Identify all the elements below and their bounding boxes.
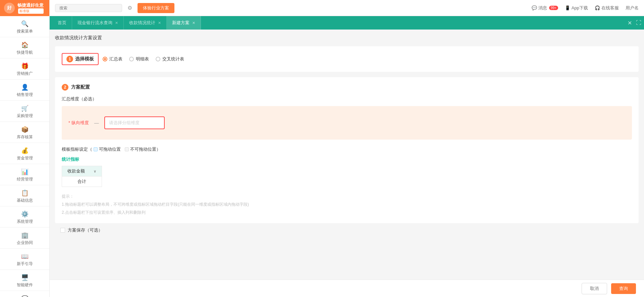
- sidebar-item-inventory[interactable]: 📦 库存核算: [0, 122, 49, 143]
- dimension-selector[interactable]: 请选择分组维度: [104, 116, 165, 129]
- sidebar-item-label: 基础信息: [17, 198, 33, 203]
- topbar: ⚙ 体验行业方案 💬 消息 99+ 📱 App下载 🎧 在线客服 用户名: [50, 0, 644, 16]
- sidebar-item-label: 智能硬件: [17, 282, 33, 288]
- tips-title: 提示：: [62, 194, 74, 199]
- sidebar-item-enterprise[interactable]: 🏢 企业协同: [0, 228, 49, 249]
- logo-badge: 标准版: [18, 8, 44, 14]
- sidebar-item-label: 搜索菜单: [17, 29, 33, 34]
- sidebar-item-guide[interactable]: 📖 新手引导: [0, 249, 49, 270]
- close-window-icon[interactable]: ✕: [628, 20, 632, 26]
- metrics-table: 收款金额 ∨ 合计: [62, 166, 102, 187]
- sidebar-item-wechat[interactable]: 💬 企业微信: [0, 291, 49, 297]
- template-radio-group: 汇总表 明细表 交叉统计表: [103, 56, 184, 62]
- section1-label: 选择模板: [75, 56, 94, 62]
- tabbar-actions: ✕ ⛶: [628, 20, 641, 26]
- sidebar-item-quick-nav[interactable]: 🏠 快捷导航: [0, 37, 49, 58]
- tip2-text: 2.点击标题栏下拉可设置排序、插入列和删除列: [62, 208, 632, 216]
- save-row: 方案保存（可选）: [55, 223, 639, 237]
- sidebar-item-purchase[interactable]: 🛒 采购管理: [0, 101, 49, 122]
- sidebar-item-operation[interactable]: 📊 经营管理: [0, 164, 49, 185]
- metrics-settings-title: 模板指标设定（: [62, 146, 92, 152]
- tab-bank-flow-close[interactable]: ✕: [115, 21, 118, 25]
- sidebar-item-label: 库存核算: [17, 134, 33, 140]
- template-detail-radio[interactable]: 明细表: [129, 56, 149, 62]
- section2-number: 2: [62, 84, 68, 91]
- home-icon: 🏠: [21, 41, 29, 49]
- service-label: 在线客服: [601, 5, 619, 11]
- query-button[interactable]: 查询: [611, 283, 636, 294]
- sidebar-item-label: 企业协同: [17, 240, 33, 246]
- sidebar-item-sales[interactable]: 👤 销售管理: [0, 80, 49, 101]
- industry-btn[interactable]: 体验行业方案: [138, 3, 174, 13]
- save-checkbox[interactable]: [60, 228, 65, 233]
- chart-icon: 📊: [21, 168, 29, 176]
- tab-payment-stat[interactable]: 收款情况统计 ✕: [124, 16, 167, 30]
- service-item[interactable]: 🎧 在线客服: [595, 5, 619, 11]
- sidebar-item-label: 快捷导航: [17, 50, 33, 55]
- metrics-row: 合计: [62, 177, 102, 187]
- bottom-bar: 取消 查询: [50, 280, 644, 297]
- user-icon: 👤: [21, 84, 29, 91]
- sidebar-item-system[interactable]: ⚙️ 系统管理: [0, 206, 49, 228]
- tab-new-plan[interactable]: 新建方案 ✕: [167, 16, 201, 30]
- user-name-item[interactable]: 用户名: [626, 5, 639, 11]
- movable-legend-dot: [94, 147, 98, 151]
- template-summary-label: 汇总表: [109, 56, 122, 62]
- tips-section: 提示： 1.拖动标题栏可以调整布局，不可跨维度或指标区域拖动栏目字段(只能在同一…: [62, 192, 632, 216]
- tab-home[interactable]: 首页: [52, 16, 72, 30]
- tab-new-plan-close[interactable]: ✕: [192, 21, 195, 25]
- gift-icon: 🎁: [21, 62, 29, 70]
- cart-icon: 🛒: [21, 105, 29, 112]
- tab-new-plan-label: 新建方案: [172, 20, 190, 26]
- radio-circle-summary: [103, 57, 107, 61]
- sidebar-item-label: 营销推广: [17, 71, 33, 77]
- maximize-icon[interactable]: ⛶: [636, 20, 641, 26]
- message-icon: 💬: [532, 5, 537, 10]
- logo-text: 畅捷通好生意: [17, 2, 44, 8]
- logo-icon: 好: [4, 3, 15, 13]
- template-detail-label: 明细表: [136, 56, 149, 62]
- dimension-arrow: —: [94, 120, 99, 126]
- sidebar-item-search-menu[interactable]: 🔍 搜索菜单: [0, 16, 49, 37]
- sidebar-item-finance[interactable]: 💰 资金管理: [0, 143, 49, 164]
- sidebar-item-label: 新手引导: [17, 261, 33, 267]
- sidebar-item-label: 销售管理: [17, 92, 33, 98]
- radio-circle-cross: [156, 57, 160, 61]
- tab-home-label: 首页: [58, 20, 66, 26]
- service-icon: 🎧: [595, 5, 600, 10]
- metrics-section: 模板指标设定（ 可拖动位置 不可拖动位置） 统计指标 收款金额 ∨ 合计: [62, 146, 632, 187]
- section2-label: 方案配置: [71, 84, 90, 90]
- message-item[interactable]: 💬 消息 99+: [532, 5, 558, 11]
- box-icon: 📦: [21, 126, 29, 133]
- download-item[interactable]: 📱 App下载: [565, 5, 588, 11]
- sidebar-logo: 好 畅捷通好生意 标准版: [0, 0, 49, 16]
- sidebar-item-label: 资金管理: [17, 155, 33, 161]
- template-summary-radio[interactable]: 汇总表: [103, 56, 122, 62]
- tab-bank-flow[interactable]: 现金银行流水查询 ✕: [72, 16, 124, 30]
- template-section-card: 1 选择模板 汇总表 明细表 交叉统计表: [55, 46, 639, 72]
- dimension-area: * 纵向维度 — 请选择分组维度: [62, 106, 632, 140]
- metrics-col-header-text: 收款金额: [67, 168, 85, 174]
- vertical-dimension-label: * 纵向维度: [68, 120, 89, 126]
- monitor-icon: 🖥️: [21, 274, 29, 281]
- gear-icon: ⚙️: [21, 210, 29, 218]
- tab-bank-flow-label: 现金银行流水查询: [77, 20, 112, 26]
- sidebar-item-marketing[interactable]: 🎁 营销推广: [0, 58, 49, 80]
- unmovable-label: 不可拖动位置）: [130, 146, 161, 152]
- template-section-row: 1 选择模板 汇总表 明细表 交叉统计表: [62, 53, 632, 65]
- template-cross-radio[interactable]: 交叉统计表: [156, 56, 184, 62]
- tab-payment-stat-close[interactable]: ✕: [158, 21, 161, 25]
- cancel-button[interactable]: 取消: [582, 283, 607, 294]
- message-badge: 99+: [549, 6, 558, 10]
- sidebar-item-basic-info[interactable]: 📋 基础信息: [0, 185, 49, 206]
- search-input[interactable]: [55, 4, 122, 12]
- tab-payment-stat-label: 收款情况统计: [129, 20, 155, 26]
- metrics-col-header: 收款金额 ∨: [62, 166, 102, 177]
- sidebar-nav: 🔍 搜索菜单 🏠 快捷导航 🎁 营销推广 👤 销售管理 🛒 采购管理 📦 库存核…: [0, 16, 49, 297]
- sidebar-item-label: 采购管理: [17, 113, 33, 119]
- page-content: 收款情况统计方案设置 1 选择模板 汇总表 明细表: [50, 30, 644, 280]
- gear-settings-icon[interactable]: ⚙: [127, 5, 132, 11]
- sidebar-item-hardware[interactable]: 🖥️ 智能硬件: [0, 270, 49, 291]
- metrics-col-dropdown-icon[interactable]: ∨: [94, 169, 96, 174]
- radio-circle-detail: [129, 57, 134, 61]
